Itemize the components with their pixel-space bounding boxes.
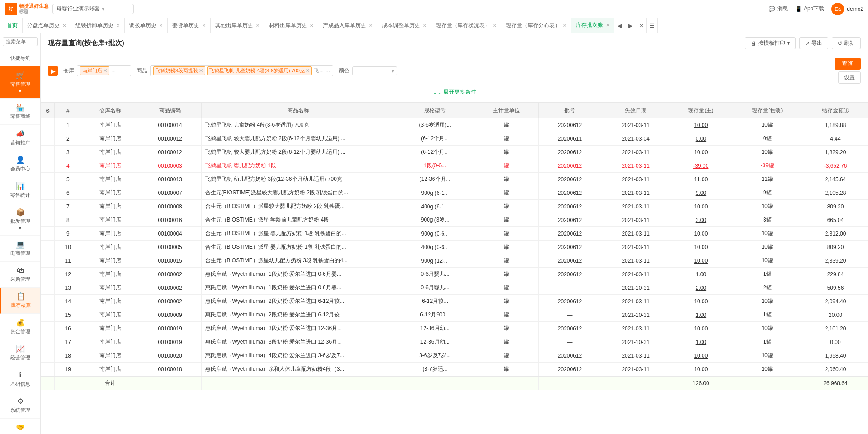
cell-unit: 罐 (474, 146, 539, 159)
tab-close-icon[interactable]: ✕ (310, 23, 313, 28)
tab-close-icon[interactable]: ✕ (256, 23, 259, 28)
tab-chengben[interactable]: 成本调整单历史 ✕ (377, 18, 431, 33)
cell-qty-main[interactable]: 10.00 (670, 118, 731, 132)
tab-close-icon[interactable]: ✕ (116, 23, 120, 28)
sidebar-item-marketing[interactable]: 📣 营销推广 (0, 125, 40, 151)
warehouse-tag-container[interactable]: 南岸门店 ✕ ··· (77, 65, 131, 76)
tab-qita[interactable]: 其他出库单历史 ✕ (211, 18, 264, 33)
cell-qty-main[interactable]: 1.00 (670, 268, 731, 281)
color-tag-container[interactable]: ▾ (352, 66, 397, 75)
cell-spec: 400g (0-6... (396, 241, 474, 254)
tab-close-icon[interactable]: ✕ (563, 23, 566, 28)
cell-qty-main[interactable]: 11.00 (670, 173, 731, 186)
cell-qty-main[interactable]: 10.00 (670, 254, 731, 268)
tab-yaohuo[interactable]: 要货单历史 ✕ (168, 18, 211, 33)
tab-pizhang[interactable]: 库存批次账 ✕ (571, 18, 614, 33)
table-area: ⚙ # 仓库名称 商品编码 商品名称 规格型号 主计量单位 批号 失效日期 现存… (41, 103, 868, 434)
cell-balance: 2,060.40 (803, 363, 868, 377)
tab-close-icon[interactable]: ✕ (159, 23, 163, 28)
tab-xianzai2[interactable]: 现存量（库存分布表） ✕ (501, 18, 571, 33)
cell-qty-main[interactable]: 0.00 (670, 132, 731, 146)
cell-batch: — (539, 308, 601, 322)
tab-fenpen[interactable]: 分盘点单历史 ✕ (23, 18, 71, 33)
sidebar-item-operations[interactable]: 📈 经营管理 (0, 340, 40, 366)
sidebar-item-retail-stats[interactable]: 📊 零售统计 (0, 177, 40, 203)
export-button[interactable]: ↗ 导出 (799, 37, 828, 49)
refresh-button[interactable]: ↺ 刷新 (832, 37, 861, 49)
cell-qty-main[interactable]: 1.00 (670, 308, 731, 322)
cell-balance: 4.44 (803, 132, 868, 146)
cell-qty-main[interactable]: 10.00 (670, 322, 731, 335)
workspace-selector[interactable]: 母婴行业演示账套 ▾ (52, 4, 134, 14)
tab-close-icon[interactable]: ✕ (62, 23, 66, 28)
sidebar-menu: 🛒 零售管理 ▼ 🏪 零售商城 📣 营销推广 👤 会员中心 📊 零售统计 (0, 66, 40, 434)
cell-qty-main[interactable]: 10.00 (670, 241, 731, 254)
tab-tiaopi[interactable]: 调拨单历史 ✕ (125, 18, 168, 33)
tab-zuhe[interactable]: 组装拆卸单历史 ✕ (71, 18, 125, 33)
sidebar-item-inventory[interactable]: 📋 库存核算 (0, 288, 40, 314)
sidebar-item-collab[interactable]: 🤝 企业协同 (0, 419, 40, 434)
sidebar-item-retail-shop[interactable]: 🏪 零售商城 (0, 99, 40, 125)
tab-xianzai1[interactable]: 现存量（库存状况表） ✕ (431, 18, 501, 33)
tab-close-icon[interactable]: ✕ (423, 23, 426, 28)
cell-qty-main[interactable]: 10.00 (670, 363, 731, 377)
cell-batch: 20200612 (539, 349, 601, 363)
remove-icon[interactable]: ✕ (103, 68, 107, 74)
cell-qty-main[interactable]: 3.00 (670, 213, 731, 227)
settings-button[interactable]: 设置 (838, 71, 861, 84)
tab-close-icon[interactable]: ✕ (369, 23, 373, 28)
cell-qty-main[interactable]: 10.00 (670, 200, 731, 213)
tab-home[interactable]: 首页 (2, 18, 23, 33)
sidebar-item-member[interactable]: 👤 会员中心 (0, 151, 40, 177)
cell-qty-main[interactable]: -39.00 (670, 159, 731, 173)
cell-code: 00100019 (139, 335, 201, 349)
expand-conditions-button[interactable]: ⌄⌄ 展开更多条件 (48, 86, 861, 98)
chevron-down-icon: ▾ (392, 68, 394, 74)
product-tag-container[interactable]: 飞鹤奶粉3段两提装 ✕ 飞鹤星飞帆 儿童奶粉 4段(3-6岁适用) 700克 ✕… (150, 65, 333, 76)
cell-qty-main[interactable]: 2.00 (670, 281, 731, 295)
expand-filter-button[interactable]: ▶ (48, 66, 58, 76)
cell-balance: 1,958.40 (803, 349, 868, 363)
sidebar-item-ecommerce[interactable]: 💻 电商管理 (0, 236, 40, 262)
cell-qty-main[interactable]: 10.00 (670, 295, 731, 308)
tab-close-icon[interactable]: ✕ (493, 23, 496, 28)
sidebar-item-system[interactable]: ⚙ 系统管理 (0, 392, 40, 419)
tab-close-icon[interactable]: ✕ (202, 23, 206, 28)
cell-expire: 2021-03-11 (601, 349, 670, 363)
tab-label: 现存量（库存分布表） (506, 22, 560, 29)
col-settings[interactable]: ⚙ (41, 103, 55, 118)
search-button[interactable]: 查询 (835, 58, 861, 70)
cell-qty-main[interactable]: 10.00 (670, 146, 731, 159)
sidebar-item-purchase[interactable]: 🛍 采购管理 (0, 262, 40, 288)
cell-qty-main[interactable]: 9.00 (670, 186, 731, 200)
search-input[interactable] (3, 37, 38, 46)
remove-icon[interactable]: ✕ (199, 68, 203, 74)
sidebar-item-basic-info[interactable]: ℹ 基础信息 (0, 366, 40, 392)
tab-next-button[interactable]: ▶ (625, 18, 636, 33)
sidebar-item-retail-mgmt[interactable]: 🛒 零售管理 ▼ (0, 66, 40, 99)
cell-unit: 罐 (474, 322, 539, 335)
sidebar-item-finance[interactable]: 💰 资金管理 (0, 314, 40, 340)
arrow-icon: ▼ (18, 226, 22, 231)
tab-menu-button[interactable]: ☰ (647, 18, 658, 33)
cell-balance: 1,829.20 (803, 146, 868, 159)
tab-close-all-button[interactable]: ✕ (636, 18, 647, 33)
cell-warehouse: 南岸门店 (81, 146, 139, 159)
tab-close-icon[interactable]: ✕ (606, 23, 609, 28)
sidebar-quick-nav[interactable]: 快捷导航 (0, 50, 40, 66)
cell-qty-main[interactable]: 10.00 (670, 349, 731, 363)
user-area[interactable]: Ea demo2 (831, 3, 863, 15)
remove-icon[interactable]: ✕ (306, 68, 310, 74)
print-button[interactable]: 🖨 按模板打印 ▾ (745, 37, 796, 49)
sidebar-item-wholesale[interactable]: 📦 批发管理 ▼ (0, 203, 40, 236)
app-download-button[interactable]: 📱 App下载 (795, 5, 824, 13)
cell-qty-main[interactable]: 10.00 (670, 227, 731, 241)
cell-qty-main[interactable]: 1.00 (670, 335, 731, 349)
message-button[interactable]: 💬 消息 (769, 5, 788, 13)
tab-prev-button[interactable]: ◀ (614, 18, 625, 33)
tab-cailiao[interactable]: 材料出库单历史 ✕ (264, 18, 318, 33)
cell-expire: 2021-03-11 (601, 213, 670, 227)
tab-chanpin[interactable]: 产成品入库单历史 ✕ (318, 18, 377, 33)
cell-index: 1 (55, 118, 81, 132)
cell-settings (41, 227, 55, 241)
